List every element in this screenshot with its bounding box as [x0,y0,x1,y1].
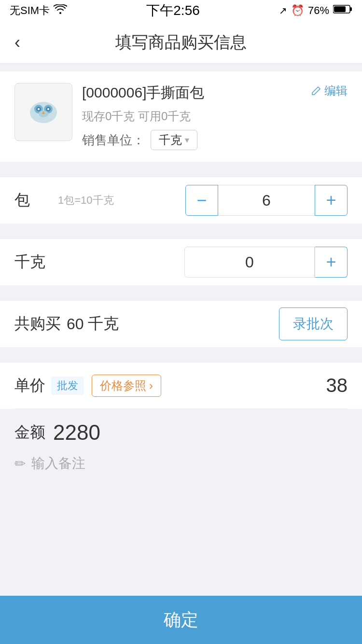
form-section-bao: 包 1包=10千克 − + [0,177,362,224]
price-ref-arrow-icon: › [149,379,153,392]
record-batch-button[interactable]: 录批次 [279,308,348,340]
battery-text: 76% [308,4,329,17]
notes-placeholder: 输入备注 [31,454,85,473]
bao-sublabel: 1包=10千克 [58,193,114,208]
product-info: [0000006]手撕面包 编辑 现存0千克 可用0千克 销售单位： 千克 ▾ [82,83,348,150]
nav-bar: ‹ 填写商品购买信息 [0,21,362,64]
status-left: 无SIM卡 [10,3,67,18]
bao-controls: − + [185,185,348,216]
price-tag: 批发 [51,377,84,395]
battery-icon [333,4,352,17]
status-time: 下午2:56 [146,1,200,20]
nav-title: 填写商品购买信息 [115,31,247,54]
total-section: 共购买 60 千克 录批次 [0,301,362,347]
minus-icon: − [196,190,207,210]
notes-row[interactable]: ✏ 输入备注 [14,454,348,482]
plus-icon-kg: + [326,252,336,272]
status-right: ↗ ⏰ 76% [279,4,352,17]
confirm-button[interactable]: 确定 [0,596,362,644]
kg-quantity-input[interactable] [184,247,315,278]
edit-label: 编辑 [324,83,348,98]
kg-label: 千克 [14,252,53,273]
divider-4 [0,347,362,355]
svg-point-8 [38,108,40,110]
price-section: 单价 批发 价格参照 › 38 [0,363,362,409]
unit-label: 销售单位： [82,132,145,149]
amount-section: 金额 2280 ✏ 输入备注 [0,409,362,482]
svg-point-9 [47,108,49,110]
edit-button[interactable]: 编辑 [311,83,348,98]
kg-increment-button[interactable]: + [315,247,348,278]
svg-rect-2 [334,6,346,12]
bao-quantity-input[interactable] [218,185,315,216]
divider-1 [0,162,362,169]
form-row-kg: 千克 + [0,239,362,285]
amount-row: 金额 2280 [14,420,348,445]
status-bar: 无SIM卡 下午2:56 ↗ ⏰ 76% [0,0,362,21]
total-label: 共购买 [14,313,61,335]
unit-chevron-icon: ▾ [185,135,189,145]
product-name: [0000006]手撕面包 [82,83,204,103]
divider-3 [0,285,362,293]
bao-increment-button[interactable]: + [315,185,348,216]
price-ref-label: 价格参照 [100,378,146,393]
unit-value: 千克 [159,132,182,148]
location-icon: ↗ [279,5,287,16]
kg-controls: + [184,247,348,278]
alarm-icon: ⏰ [291,4,304,17]
product-section: [0000006]手撕面包 编辑 现存0千克 可用0千克 销售单位： 千克 ▾ [0,71,362,162]
form-section-kg: 千克 + [0,239,362,285]
price-label: 单价 [14,375,45,396]
price-reference-button[interactable]: 价格参照 › [92,375,161,397]
total-amount: 60 [67,315,84,333]
form-row-bao: 包 1包=10千克 − + [0,177,362,224]
bao-decrement-button[interactable]: − [185,185,218,216]
price-value: 38 [326,375,348,396]
svg-rect-1 [350,7,352,11]
unit-select[interactable]: 千克 ▾ [151,130,197,150]
product-logo-icon [27,96,60,129]
pencil-icon: ✏ [14,456,26,472]
bao-label: 包 [14,190,53,211]
product-unit-row: 销售单位： 千克 ▾ [82,130,348,150]
product-image [14,83,72,141]
plus-icon: + [326,190,336,210]
divider-2 [0,224,362,231]
back-button[interactable]: ‹ [14,32,20,53]
amount-value: 2280 [53,420,100,445]
product-stock: 现存0千克 可用0千克 [82,109,348,124]
carrier-text: 无SIM卡 [10,3,50,18]
amount-label: 金额 [14,422,45,443]
total-unit: 千克 [88,313,119,335]
price-row: 单价 批发 价格参照 › 38 [14,363,348,409]
wifi-icon [54,4,67,17]
